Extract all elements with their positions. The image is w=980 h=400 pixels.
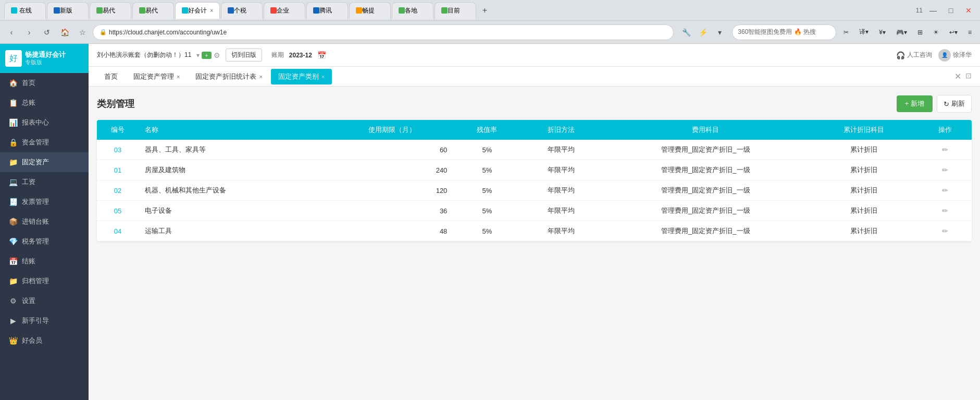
switch-view-button[interactable]: 切到旧版 <box>226 49 262 62</box>
browser-tab-online[interactable]: 在线 <box>4 2 46 19</box>
sidebar-item-label-member: 好会员 <box>22 336 42 345</box>
browser-tab-gedi[interactable]: 各地 <box>392 2 433 19</box>
edit-icon-3[interactable]: ✏ <box>942 207 948 215</box>
close-content-icon[interactable]: ✕ <box>954 71 961 81</box>
edit-icon-2[interactable]: ✏ <box>942 186 948 195</box>
browser-tab-changt[interactable]: 畅提 <box>349 2 391 19</box>
search-text: 360智能抠图免费用 🔥 热搜 <box>738 28 816 37</box>
refresh-button[interactable]: ↻ 刷新 <box>937 95 972 113</box>
tab-favicon <box>356 7 362 14</box>
browser-tab-tengxun[interactable]: 腾讯 <box>306 2 348 19</box>
tab-label: 腾讯 <box>319 6 332 15</box>
sidebar-item-stock[interactable]: 📦 进销台账 <box>0 212 89 232</box>
sidebar-item-invoice[interactable]: 🧾 发票管理 <box>0 192 89 212</box>
header-right: 🎧 人工咨询 👤 徐泽华 <box>896 49 972 62</box>
tab-favicon <box>54 7 60 14</box>
cell-period-1: 240 <box>331 160 454 180</box>
dropdown-trigger[interactable]: ▾ + ⚙ <box>196 51 220 59</box>
tab-home[interactable]: 首页 <box>97 69 125 84</box>
browser-tab-yidai1[interactable]: 易代 <box>90 2 131 19</box>
tab-close-mgmt[interactable]: × <box>177 74 180 80</box>
tab-label-home: 首页 <box>104 72 118 81</box>
tab-favicon <box>96 7 103 14</box>
sidebar-item-general-ledger[interactable]: 📋 总账 <box>0 93 89 113</box>
maximize-button[interactable]: □ <box>944 3 958 18</box>
cell-action-4[interactable]: ✏ <box>919 221 972 241</box>
cell-code-4: 04 <box>97 221 139 241</box>
browser-tab-muqian[interactable]: 目前 <box>435 2 476 19</box>
tab-close-category[interactable]: × <box>321 74 325 80</box>
translate-tool[interactable]: 译▾ <box>855 26 873 39</box>
sidebar-item-label-funds: 资金管理 <box>22 138 49 147</box>
browser-tab-new[interactable]: 新版 <box>47 2 89 19</box>
sidebar-item-close-period[interactable]: 📅 结账 <box>0 251 89 271</box>
browser-tabs-bar: 在线 新版 易代 易代 好会计 × 个税 企业 腾讯 畅提 各地 目前 + <box>0 0 980 21</box>
sidebar-item-settings[interactable]: ⚙ 设置 <box>0 291 89 311</box>
crown-icon: 👑 <box>8 336 18 345</box>
cell-action-0[interactable]: ✏ <box>919 140 972 160</box>
sidebar-item-label-settings: 设置 <box>22 296 35 306</box>
sidebar-item-label-reports: 报表中心 <box>22 118 49 127</box>
extensions-button[interactable]: 🔧 <box>679 25 693 40</box>
sidebar-item-member[interactable]: 👑 好会员 <box>0 331 89 350</box>
sidebar-item-archive[interactable]: 📁 归档管理 <box>0 271 89 291</box>
tab-depreciation-table[interactable]: 固定资产折旧统计表 × <box>188 69 269 84</box>
sidebar-item-fixed-assets[interactable]: 📁 固定资产 <box>0 152 89 172</box>
tab-label-mgmt: 固定资产管理 <box>133 72 174 81</box>
search-box[interactable]: 360智能抠图免费用 🔥 热搜 <box>732 25 836 40</box>
sidebar-item-reports[interactable]: 📊 报表中心 <box>0 113 89 132</box>
cell-action-3[interactable]: ✏ <box>919 201 972 221</box>
table-row: 02 机器、机械和其他生产设备 120 5% 年限平均 管理费用_固定资产折旧_… <box>97 180 972 201</box>
undo-tool[interactable]: ↩▾ <box>945 27 962 38</box>
minimize-button[interactable]: — <box>926 3 940 18</box>
cell-method-2: 年限平均 <box>520 180 602 201</box>
cell-period-2: 120 <box>331 180 454 201</box>
edit-icon-1[interactable]: ✏ <box>942 166 948 174</box>
cell-action-1[interactable]: ✏ <box>919 160 972 180</box>
settings-icon-header[interactable]: ⚙ <box>214 51 220 59</box>
browser-tab-geshui[interactable]: 个税 <box>221 2 263 19</box>
lightning-button[interactable]: ⚡ <box>696 25 710 40</box>
address-bar[interactable]: 🔒 https://cloud.chanjet.com/accounting/u… <box>93 25 674 40</box>
tab-close-icon[interactable]: × <box>210 7 213 14</box>
coin-tool[interactable]: ¥▾ <box>875 27 890 38</box>
grid-tool[interactable]: ⊞ <box>913 27 927 38</box>
home-button[interactable]: 🏠 <box>57 25 72 40</box>
dropdown-button[interactable]: ▾ <box>712 25 727 40</box>
sidebar-item-funds[interactable]: 🔒 资金管理 <box>0 132 89 152</box>
cut-tool[interactable]: ✂ <box>839 27 853 38</box>
add-button[interactable]: + 新增 <box>897 95 933 112</box>
sun-tool[interactable]: ☀ <box>929 27 943 38</box>
calendar-icon-header[interactable]: 📅 <box>317 51 326 59</box>
new-tag-button[interactable]: + <box>202 52 211 59</box>
cell-action-2[interactable]: ✏ <box>919 180 972 201</box>
new-tab-button[interactable]: + <box>477 3 492 18</box>
reload-button[interactable]: ↺ <box>40 25 54 40</box>
edit-icon-4[interactable]: ✏ <box>942 227 948 235</box>
game-tool[interactable]: 🎮▾ <box>892 27 911 38</box>
browser-tab-yidai2[interactable]: 易代 <box>132 2 174 19</box>
browser-tab-haokuai[interactable]: 好会计 × <box>175 2 220 19</box>
user-menu[interactable]: 👤 徐泽华 <box>938 49 972 62</box>
sidebar-item-guide[interactable]: ▶ 新手引导 <box>0 311 89 331</box>
forward-button[interactable]: › <box>22 25 36 40</box>
back-button[interactable]: ‹ <box>4 25 19 40</box>
tab-close-depr[interactable]: × <box>259 74 262 80</box>
tab-favicon <box>139 7 145 14</box>
consult-button[interactable]: 🎧 人工咨询 <box>896 51 932 59</box>
tab-favicon <box>441 7 448 14</box>
sidebar-item-home[interactable]: 🏠 首页 <box>0 73 89 93</box>
cell-name-2: 机器、机械和其他生产设备 <box>139 180 331 201</box>
bookmark-button[interactable]: ☆ <box>75 25 90 40</box>
close-window-button[interactable]: ✕ <box>961 3 976 18</box>
browser-tab-qiye[interactable]: 企业 <box>264 2 305 19</box>
tab-label: 好会计 <box>188 6 207 15</box>
sidebar-item-tax[interactable]: 💎 税务管理 <box>0 232 89 251</box>
cell-name-4: 运输工具 <box>139 221 331 241</box>
tab-asset-category[interactable]: 固定资产类别 × <box>271 69 332 84</box>
expand-content-icon[interactable]: ⊡ <box>965 71 972 81</box>
menu-tool[interactable]: ≡ <box>964 27 976 38</box>
tab-fixed-assets-mgmt[interactable]: 固定资产管理 × <box>126 69 187 84</box>
sidebar-item-salary[interactable]: 💻 工资 <box>0 172 89 192</box>
edit-icon-0[interactable]: ✏ <box>942 146 948 154</box>
